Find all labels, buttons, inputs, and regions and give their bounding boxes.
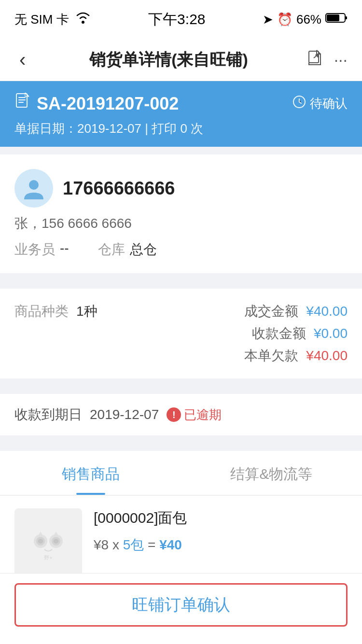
status-text: 待确认 [310,95,348,112]
product-price: ¥8 x 5包 = ¥40 [94,536,348,554]
customer-name: 张，156 6666 6666 [14,214,348,233]
stats-section: 商品种类 1种 成交金额 ¥40.00 收款金额 ¥0.00 本单欠款 ¥40.… [0,289,362,378]
battery-text: 66% [296,12,321,27]
tabs-row: 销售商品 结算&物流等 [0,451,362,496]
share-icon[interactable] [307,49,324,70]
status-bar-left: 无 SIM 卡 [14,11,91,28]
price-base: ¥8 x [94,537,123,552]
price-qty: 5包 [123,537,144,552]
sales-rep-item: 业务员 -- [14,240,69,259]
status-bar-time: 下午3:28 [148,10,205,29]
customer-phone: 17666666666 [63,178,175,199]
bottom-bar: 旺铺订单确认 [0,573,362,644]
receipt-amount-row: 收款金额 ¥0.00 [252,324,348,343]
location-icon: ➤ [263,12,273,27]
overdue-icon: ! [167,407,181,422]
warehouse-item: 仓库 总仓 [98,240,157,259]
nav-right-icons: ··· [307,49,348,70]
overdue-text: 已逾期 [184,406,222,423]
stats-amounts: 成交金额 ¥40.00 收款金额 ¥0.00 本单欠款 ¥40.00 [244,302,348,365]
order-status: 待确认 [292,95,348,112]
status-bar-right: ➤ ⏰ 66% [263,12,348,27]
product-name: [0000002]面包 [94,508,348,528]
carrier-text: 无 SIM 卡 [14,11,69,28]
svg-point-7 [29,180,39,190]
receipt-amount-label: 收款金额 [252,324,306,343]
price-equals: = [144,537,159,552]
owed-amount-value: ¥40.00 [306,348,348,364]
warehouse-label: 仓库 [98,240,125,259]
overdue-badge: ! 已逾期 [167,406,222,423]
tab-settlement[interactable]: 结算&物流等 [181,451,362,495]
order-id: SA-20191207-002 [14,93,179,114]
sales-rep-value: -- [60,240,69,259]
svg-point-13 [54,539,58,544]
customer-meta: 业务员 -- 仓库 总仓 [14,240,348,259]
deal-amount-label: 成交金额 [244,302,298,321]
back-button[interactable]: ‹ [14,44,30,75]
alarm-icon: ⏰ [277,12,292,27]
customer-avatar [14,169,53,208]
separator-3 [0,435,362,443]
svg-point-12 [38,539,43,544]
price-total: ¥40 [159,537,182,552]
page-title: 销货单详情(来自旺铺) [30,49,306,71]
separator-2 [0,378,362,386]
clock-icon [292,95,306,112]
due-date-value: 2019-12-07 [90,407,159,422]
order-number: SA-20191207-002 [37,94,179,114]
category-value: 1种 [76,302,97,321]
tab-settlement-label: 结算&物流等 [230,466,312,482]
battery-icon [325,12,348,27]
deal-amount-value: ¥40.00 [306,304,348,319]
separator-1 [0,273,362,281]
product-image: 野+ [14,508,82,576]
svg-text:野+: 野+ [44,555,52,560]
more-icon[interactable]: ··· [334,50,348,69]
product-info: [0000002]面包 ¥8 x 5包 = ¥40 [94,508,348,554]
svg-rect-3 [327,14,339,21]
category-label: 商品种类 [14,302,69,321]
deal-amount-row: 成交金额 ¥40.00 [244,302,348,321]
sales-rep-label: 业务员 [14,240,55,259]
nav-bar: ‹ 销货单详情(来自旺铺) ··· [0,39,362,81]
tabs-section: 销售商品 结算&物流等 野+ [0000002]面包 [0,451,362,588]
svg-point-0 [82,21,84,24]
order-date: 单据日期：2019-12-07 | 打印 0 次 [14,120,348,137]
warehouse-value: 总仓 [130,240,157,259]
owed-amount-label: 本单欠款 [244,347,298,365]
svg-rect-2 [345,16,347,19]
receipt-amount-value: ¥0.00 [314,326,348,341]
due-date-label: 收款到期日 [14,406,82,424]
customer-section: 17666666666 张，156 6666 6666 业务员 -- 仓库 总仓 [0,154,362,273]
owed-amount-row: 本单欠款 ¥40.00 [244,347,348,365]
confirm-button[interactable]: 旺铺订单确认 [14,583,348,627]
wifi-icon [75,12,91,28]
order-doc-icon [14,93,32,114]
tab-sales-goods-label: 销售商品 [62,466,120,482]
stats-category: 商品种类 1种 [14,302,97,321]
status-bar: 无 SIM 卡 下午3:28 ➤ ⏰ 66% [0,0,362,39]
due-date-section: 收款到期日 2019-12-07 ! 已逾期 [0,394,362,435]
order-banner: SA-20191207-002 待确认 单据日期：2019-12-07 | 打印… [0,81,362,147]
tab-sales-goods[interactable]: 销售商品 [0,451,181,495]
